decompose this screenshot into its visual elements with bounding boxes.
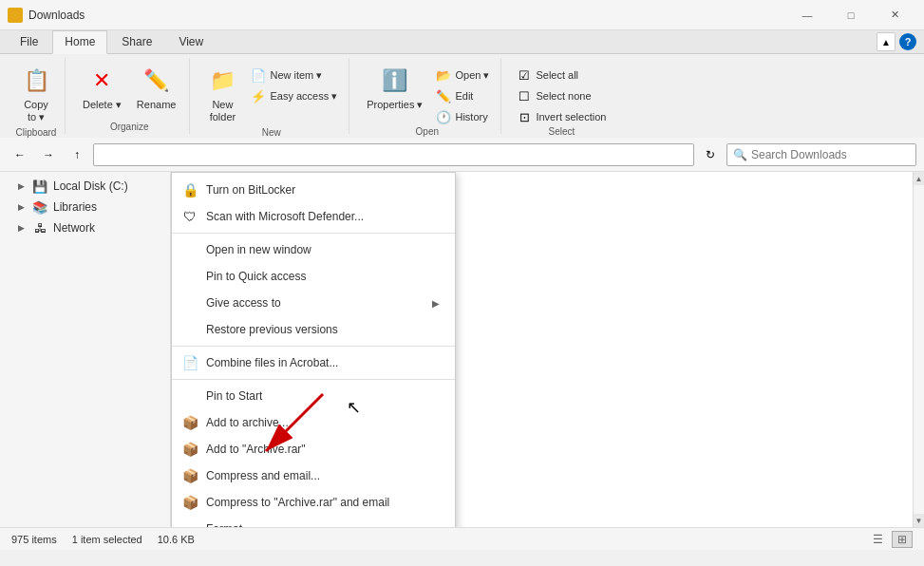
bitlocker-icon: 🔒 [181,181,198,198]
new-item-button[interactable]: 📄 New item ▾ [247,66,341,85]
ctx-add-archive-label: Add to archive... [206,416,289,429]
nav-bar: ← → ↑ ↻ 🔍 [0,138,924,172]
ctx-archive-rar-label: Add to "Archive.rar" [206,443,306,456]
refresh-button[interactable]: ↻ [698,142,723,167]
libraries-icon: 📚 [32,199,47,215]
address-bar[interactable] [93,143,694,166]
tab-file[interactable]: File [8,30,50,53]
ctx-compress-email[interactable]: 📦 Compress and email... [172,462,455,489]
maximize-button[interactable]: □ [829,0,873,30]
ribbon-group-select: ☑ Select all ☐ Select none ⊡ Invert sele… [505,58,617,134]
give-access-arrow: ▶ [432,298,440,309]
minimize-button[interactable]: — [785,0,829,30]
new-folder-button[interactable]: 📁 Newfolder [201,62,243,127]
forward-button[interactable]: → [36,142,61,167]
ctx-format[interactable]: Format... [172,516,455,527]
history-button[interactable]: 🕐 History [432,107,493,126]
ribbon-content: 📋 Copyto ▾ Clipboard ✕ Delete ▾ ✏️ Renam… [0,54,924,138]
new-folder-icon: 📁 [207,66,237,96]
select-all-button[interactable]: ☑ Select all [513,66,610,85]
file-size: 10.6 KB [158,534,195,545]
up-button[interactable]: ↑ [65,142,89,167]
help-icon[interactable]: ? [899,33,916,50]
local-disk-icon: 💾 [32,179,47,194]
open-label: Open [361,126,493,139]
ribbon-tabs: File Home Share View ▲ ? [0,30,924,54]
search-input[interactable] [751,148,910,161]
ctx-add-archive-rar[interactable]: 📦 Add to "Archive.rar" [172,436,455,462]
delete-icon: ✕ [86,66,117,96]
window-title: Downloads [28,9,85,22]
list-view-button[interactable]: ☰ [867,531,888,548]
scroll-up-button[interactable]: ▲ [914,172,925,185]
ctx-add-archive[interactable]: 📦 Add to archive... [172,409,455,436]
back-button[interactable]: ← [8,142,32,167]
tab-share[interactable]: Share [109,30,164,53]
libraries-label: Libraries [53,200,97,214]
ctx-pin-start[interactable]: Pin to Start [172,383,455,409]
invert-selection-button[interactable]: ⊡ Invert selection [513,107,610,126]
easy-access-label: Easy access ▾ [270,90,337,103]
sidebar-item-network[interactable]: ▶ 🖧 Network [0,217,170,238]
rename-button[interactable]: ✏️ Rename [131,62,182,115]
copy-icon: 📋 [21,66,51,96]
tab-view[interactable]: View [166,30,216,53]
ctx-scan-defender[interactable]: 🛡 Scan with Microsoft Defender... [172,203,455,230]
ribbon-collapse-button[interactable]: ▲ [877,32,896,51]
select-all-label: Select all [536,69,578,81]
sidebar-item-local-disk[interactable]: ▶ 💾 Local Disk (C:) [0,176,170,197]
details-view-button[interactable]: ⊞ [892,531,913,548]
ctx-sep1 [172,233,455,234]
ctx-turn-on-bitlocker[interactable]: 🔒 Turn on BitLocker [172,177,455,203]
title-bar-left: Downloads [8,8,85,23]
scrollbar-track [914,185,925,514]
easy-access-icon: ⚡ [251,88,266,104]
rename-label: Rename [137,99,177,111]
invert-label: Invert selection [536,111,606,123]
history-label: History [455,111,487,123]
vertical-scrollbar[interactable]: ▲ ▼ [913,172,924,527]
items-count: 975 items [11,534,57,545]
close-button[interactable]: ✕ [873,0,916,30]
history-icon: 🕐 [436,109,451,124]
copy-to-button[interactable]: 📋 Copyto ▾ [15,62,57,127]
delete-button[interactable]: ✕ Delete ▾ [77,62,127,115]
select-label: Select [513,126,610,139]
sidebar-item-libraries[interactable]: ▶ 📚 Libraries [0,197,170,217]
ctx-compress-rar-email[interactable]: 📦 Compress to "Archive.rar" and email [172,489,455,516]
ctx-restore-label: Restore previous versions [206,323,338,336]
ribbon-group-open: ℹ️ Properties ▾ 📂 Open ▾ ✏️ Edit 🕐 Histo… [353,58,501,134]
tab-home[interactable]: Home [52,30,107,54]
ctx-pin-quick-access[interactable]: Pin to Quick access [172,263,455,290]
tree-arrow-local-disk: ▶ [15,180,27,192]
scroll-down-button[interactable]: ▼ [914,514,925,527]
search-box[interactable]: 🔍 [726,143,916,166]
invert-icon: ⊡ [517,109,532,124]
main-area: ▶ 💾 Local Disk (C:) ▶ 📚 Libraries ▶ 🖧 Ne… [0,172,924,527]
edit-button[interactable]: ✏️ Edit [432,86,493,105]
ctx-open-window-label: Open in new window [206,243,311,256]
open-icon: 📂 [436,67,451,83]
status-left: 975 items 1 item selected 10.6 KB [11,534,195,545]
ctx-sep3 [172,379,455,380]
rename-icon: ✏️ [141,66,172,96]
ctx-restore-prev[interactable]: Restore previous versions [172,316,455,343]
restore-icon [181,321,198,338]
delete-label: Delete ▾ [83,99,122,111]
properties-button[interactable]: ℹ️ Properties ▾ [361,62,428,115]
ctx-give-access[interactable]: Give access to ▶ [172,290,455,316]
format-icon [181,520,198,527]
selected-count: 1 item selected [72,534,142,545]
open-button[interactable]: 📂 Open ▾ [432,66,493,85]
give-access-icon [181,294,198,311]
ctx-open-new-window[interactable]: Open in new window [172,236,455,263]
tree-arrow-network: ▶ [15,222,27,234]
ctx-give-access-label: Give access to [206,296,281,310]
clipboard-items: 📋 Copyto ▾ [15,58,57,127]
easy-access-button[interactable]: ⚡ Easy access ▾ [247,86,341,105]
ctx-combine-acrobat[interactable]: 📄 Combine files in Acrobat... [172,349,455,376]
archive-rar-icon: 📦 [181,441,198,458]
select-none-button[interactable]: ☐ Select none [513,86,610,105]
properties-label: Properties ▾ [367,99,423,111]
ctx-defender-label: Scan with Microsoft Defender... [206,210,364,223]
